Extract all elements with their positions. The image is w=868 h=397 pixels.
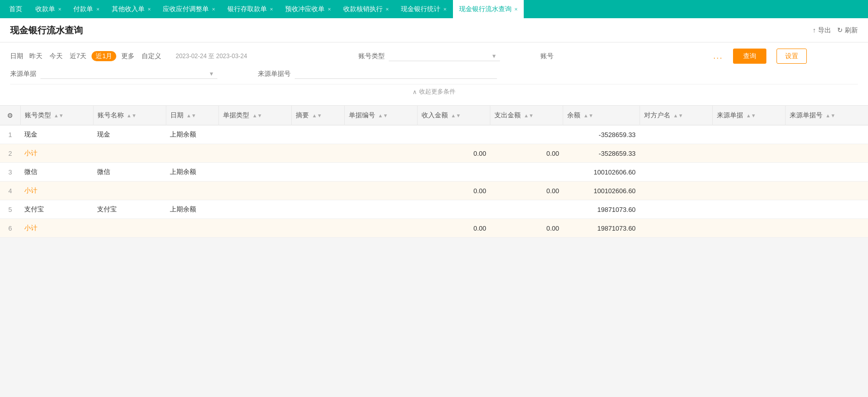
table-row[interactable]: 4小计0.000.00100102606.60 [0, 182, 868, 200]
cell-acct_type: 小计 [20, 219, 93, 238]
close-icon[interactable]: × [58, 6, 61, 12]
cell-source_doc_no [786, 219, 868, 238]
cell-source_doc_no [786, 163, 868, 182]
cell-counter_name [639, 219, 712, 238]
close-icon[interactable]: × [515, 6, 518, 12]
col-source-doc[interactable]: 来源单据 ▲▼ [713, 106, 786, 125]
table-row[interactable]: 6小计0.000.0019871073.60 [0, 219, 868, 238]
cell-counter_name [639, 182, 712, 200]
nav-tab-xianjinyinhang[interactable]: 现金银行统计 × [395, 0, 452, 18]
nav-tab-yushouzhong[interactable]: 预收冲应收单 × [279, 0, 337, 18]
col-expense[interactable]: 支出金额 ▲▼ [490, 106, 563, 125]
cell-counter_name [639, 200, 712, 219]
table-row[interactable]: 3微信微信上期余额100102606.60 [0, 163, 868, 182]
table-row[interactable]: 5支付宝支付宝上期余额19871073.60 [0, 200, 868, 219]
cell-counter_name [639, 163, 712, 182]
sort-icon: ▲▼ [126, 113, 136, 118]
cell-acct_name: 现金 [93, 125, 166, 144]
col-acct-type[interactable]: 账号类型 ▲▼ [20, 106, 93, 125]
close-icon[interactable]: × [96, 6, 99, 12]
dropdown-icon: ▾ [492, 52, 496, 60]
refresh-button[interactable]: ↻ 刷新 [837, 26, 858, 35]
date-1month[interactable]: 近1月 [92, 51, 116, 61]
cell-date: 上期余额 [166, 125, 218, 144]
collapse-button[interactable]: ∧ 收起更多条件 [10, 84, 858, 99]
source-doc-label: 来源单据 [10, 69, 36, 78]
cell-expense [490, 163, 563, 182]
gear-column[interactable]: ⚙ [0, 106, 20, 125]
cell-doc_type [219, 219, 292, 238]
cell-source_doc [713, 125, 786, 144]
query-button[interactable]: 查询 [733, 49, 766, 64]
cell-summary [292, 219, 344, 238]
col-doc-type[interactable]: 单据类型 ▲▼ [219, 106, 292, 125]
col-income[interactable]: 收入金额 ▲▼ [418, 106, 490, 125]
source-doc-filter: 来源单据 ▾ [10, 69, 217, 79]
col-balance[interactable]: 余额 ▲▼ [563, 106, 639, 125]
col-date[interactable]: 日期 ▲▼ [166, 106, 218, 125]
cell-date: 上期余额 [166, 163, 218, 182]
account-label: 账号 [540, 52, 554, 61]
nav-tab-liushui[interactable]: 现金银行流水查询 × [453, 0, 524, 18]
sort-icon: ▲▼ [312, 113, 322, 118]
col-acct-name[interactable]: 账号名称 ▲▼ [93, 106, 166, 125]
cell-acct_type: 小计 [20, 144, 93, 163]
col-source-doc-no[interactable]: 来源单据号 ▲▼ [786, 106, 868, 125]
source-doc-num-filter: 来源单据号 [258, 69, 497, 79]
account-type-select[interactable]: ▾ [389, 51, 500, 61]
cell-acct_name [93, 144, 166, 163]
export-icon: ↑ [813, 26, 816, 34]
date-7days[interactable]: 近7天 [68, 51, 88, 61]
nav-home[interactable]: 首页 [2, 0, 29, 18]
row-number: 4 [0, 182, 20, 200]
date-custom[interactable]: 自定义 [140, 51, 163, 61]
close-icon[interactable]: × [148, 6, 151, 12]
source-doc-select[interactable]: ▾ [40, 69, 217, 79]
date-yesterday[interactable]: 昨天 [27, 51, 44, 61]
row-number: 1 [0, 125, 20, 144]
cell-source_doc [713, 163, 786, 182]
close-icon[interactable]: × [270, 6, 273, 12]
cell-acct_name: 微信 [93, 163, 166, 182]
sort-icon: ▲▼ [252, 113, 262, 118]
table-row[interactable]: 2小计0.000.00-3528659.33 [0, 144, 868, 163]
cell-expense: 0.00 [490, 182, 563, 200]
table-header-row: ⚙ 账号类型 ▲▼ 账号名称 ▲▼ 日期 ▲▼ 单据类型 ▲▼ [0, 106, 868, 125]
cell-doc_no [344, 125, 417, 144]
dropdown-source-icon: ▾ [210, 70, 213, 77]
nav-tab-fukuandan[interactable]: 付款单 × [67, 0, 105, 18]
table-row[interactable]: 1现金现金上期余额-3528659.33 [0, 125, 868, 144]
cell-income: 0.00 [418, 182, 490, 200]
nav-tab-yinhangcunqu[interactable]: 银行存取款单 × [221, 0, 279, 18]
date-today[interactable]: 今天 [48, 51, 65, 61]
gear-icon[interactable]: ⚙ [7, 112, 13, 119]
col-summary[interactable]: 摘要 ▲▼ [292, 106, 344, 125]
sort-icon: ▲▼ [378, 113, 388, 118]
nav-tab-qitashouru[interactable]: 其他收入单 × [106, 0, 157, 18]
table-container: ⚙ 账号类型 ▲▼ 账号名称 ▲▼ 日期 ▲▼ 单据类型 ▲▼ [0, 106, 868, 238]
nav-tab-yingshouyingfu[interactable]: 应收应付调整单 × [157, 0, 221, 18]
date-range-display: 2023-02-24 至 2023-03-24 [175, 52, 247, 61]
close-icon[interactable]: × [443, 6, 446, 12]
close-icon[interactable]: × [386, 6, 389, 12]
export-button[interactable]: ↑ 导出 [813, 26, 832, 35]
col-counter-name[interactable]: 对方户名 ▲▼ [639, 106, 712, 125]
nav-tab-shoukuanhexiao[interactable]: 收款核销执行 × [337, 0, 395, 18]
source-doc-num-input[interactable] [295, 69, 497, 79]
nav-tab-shoukuandan[interactable]: 收款单 × [29, 0, 67, 18]
col-doc-no[interactable]: 单据编号 ▲▼ [344, 106, 417, 125]
cell-acct_type: 现金 [20, 125, 93, 144]
close-icon[interactable]: × [212, 6, 215, 12]
settings-button[interactable]: 设置 [776, 49, 807, 64]
cell-summary [292, 125, 344, 144]
cell-income [418, 125, 490, 144]
cell-expense [490, 200, 563, 219]
close-icon[interactable]: × [328, 6, 331, 12]
cell-doc_type [219, 200, 292, 219]
cell-acct_name: 支付宝 [93, 200, 166, 219]
cell-balance: 100102606.60 [563, 182, 639, 200]
date-filter: 日期 昨天 今天 近7天 近1月 更多 自定义 [10, 51, 163, 61]
date-more[interactable]: 更多 [119, 51, 136, 61]
page-header: 现金银行流水查询 ↑ 导出 ↻ 刷新 [0, 18, 868, 42]
account-dots[interactable]: ... [713, 52, 723, 61]
